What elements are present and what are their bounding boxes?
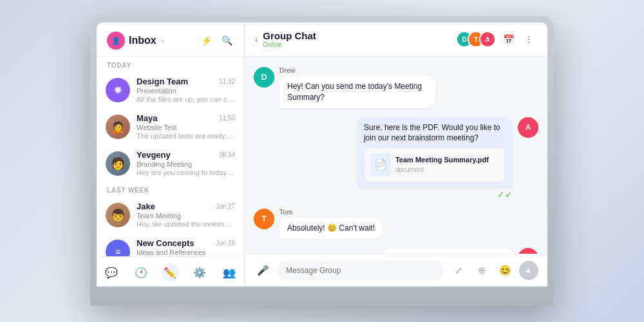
conv-top: Jake Jun 27 (137, 202, 235, 211)
conv-sub: Presentation (137, 87, 235, 95)
doc-icon: 📄 (371, 153, 390, 176)
conv-top: Maya 11:50 (137, 113, 235, 123)
chat-status: Online (263, 41, 316, 48)
msg-row-invitation: A Invitation: Brainstorm Meeting rsvp ▾ … (254, 248, 538, 254)
conv-sub: Branding Meeting (137, 160, 235, 168)
nav-contacts-icon[interactable]: 👥 (220, 263, 238, 281)
user-avatar-initial: 👤 (111, 37, 120, 45)
conv-avatar-jake: 👦 (106, 203, 130, 227)
bottom-nav: 💬 🕐 ✏️ ⚙️ 👥 (97, 256, 244, 287)
chat-input-area: 🎤 ⤢ ⊕ 😊 ➤ (245, 254, 547, 287)
nav-messages-icon[interactable]: 💬 (102, 263, 120, 281)
conv-sub: Ideas and References (137, 249, 235, 256)
inbox-chevron-icon[interactable]: › (162, 37, 164, 44)
conv-item-maya[interactable]: 🙍 Maya 11:50 Website Text The updated te… (97, 108, 244, 145)
chat-header: ‹ Group Chat Online D T A 📅 ⋮ (245, 23, 547, 57)
conv-body-yevgeny: Yevgeny 08:34 Branding Meeting Hey are y… (137, 150, 235, 176)
user-avatar: 👤 (107, 32, 125, 50)
conv-name: Jake (137, 202, 155, 211)
left-panel: 👤 Inbox › ⚡ 🔍 TODAY ❋ (97, 23, 245, 287)
conv-top: Design Team 11:32 (137, 77, 235, 86)
conv-avatar-new-concepts: ≡ (106, 240, 130, 257)
today-section-label: TODAY (97, 57, 244, 71)
conv-item-new-concepts[interactable]: ≡ New Concepts Jun 28 Ideas and Referenc… (97, 233, 244, 256)
calendar-icon[interactable]: 📅 (500, 31, 516, 48)
conv-name: Maya (137, 113, 158, 123)
mic-icon[interactable]: 🎤 (254, 261, 272, 279)
nav-settings-icon[interactable]: ⚙️ (191, 263, 209, 281)
inbox-label[interactable]: Inbox (129, 35, 156, 46)
left-header: 👤 Inbox › ⚡ 🔍 (97, 23, 244, 57)
last-week-section-label: LAST WEEK (97, 182, 244, 196)
conv-time: 08:34 (219, 151, 235, 158)
doc-type: document (395, 166, 489, 175)
msg-bubble-wrap-drew: Drew Hey! Can you send me today's Meetin… (279, 67, 436, 108)
conv-sub: Website Text (137, 124, 235, 131)
msg-avatar-tom: T (254, 209, 274, 229)
chat-title-block: Group Chat Online (263, 30, 316, 48)
chat-header-right: D T A 📅 ⋮ (456, 31, 537, 48)
msg-row-tom: T Tom Absolutely! 😊 Can't wait! (254, 209, 538, 239)
conv-body-design-team: Design Team 11:32 Presentation All the f… (137, 77, 235, 103)
send-button[interactable]: ➤ (519, 261, 538, 280)
msg-row-drew: D Drew Hey! Can you send me today's Meet… (254, 67, 538, 108)
conv-name: New Concepts (137, 238, 194, 248)
conv-avatar-yevgeny: 🧑 (106, 151, 130, 176)
conv-sub: Team Meeting (137, 212, 235, 220)
conv-preview: All the files are up, you can com... (137, 95, 235, 103)
message-input[interactable] (277, 261, 444, 280)
laptop-screen: 👤 Inbox › ⚡ 🔍 TODAY ❋ (97, 23, 547, 287)
participant-avatar-3: A (479, 31, 496, 48)
conv-preview: The updated texts are ready to go in... (137, 132, 235, 140)
header-icons: ⚡ 🔍 (199, 33, 234, 48)
more-options-icon[interactable]: ⋮ (520, 31, 537, 48)
nav-compose-icon[interactable]: ✏️ (161, 263, 179, 281)
conv-time: 11:50 (219, 115, 235, 122)
msg-bubble-right-1: Sure, here is the PDF. Would you like to… (356, 117, 513, 188)
doc-name: Team Meeting Summary.pdf (395, 155, 489, 165)
msg-bubble-drew: Hey! Can you send me today's Meeting Sum… (279, 76, 436, 108)
filter-icon[interactable]: ⚡ (199, 33, 213, 48)
laptop-frame: 👤 Inbox › ⚡ 🔍 TODAY ❋ (90, 16, 554, 306)
add-icon[interactable]: ⊕ (473, 261, 491, 279)
msg-bubble-wrap-tom: Tom Absolutely! 😊 Can't wait! (279, 209, 383, 239)
app-container: 👤 Inbox › ⚡ 🔍 TODAY ❋ (97, 23, 547, 287)
msg-avatar-right-1: A (518, 117, 538, 138)
conversation-list: TODAY ❋ Design Team 11:32 Presentation A… (97, 57, 244, 256)
conv-name: Design Team (137, 77, 188, 86)
conv-avatar-design-team: ❋ (106, 78, 130, 102)
conv-top: Yevgeny 08:34 (137, 150, 235, 160)
expand-icon[interactable]: ⤢ (450, 261, 468, 279)
msg-sender-tom: Tom (279, 209, 383, 216)
conv-time: Jun 28 (216, 240, 235, 247)
invitation-card: Invitation: Brainstorm Meeting rsvp ▾ We… (384, 248, 513, 254)
msg-avatar-drew: D (254, 67, 274, 88)
inbox-title: 👤 Inbox › (107, 32, 164, 50)
conv-item-yevgeny[interactable]: 🧑 Yevgeny 08:34 Branding Meeting Hey are… (97, 145, 244, 182)
search-icon[interactable]: 🔍 (220, 33, 234, 48)
msg-text-right-1: Sure, here is the PDF. Would you like to… (364, 123, 500, 143)
back-button[interactable]: ‹ (255, 35, 258, 44)
msg-row-right-1: A Sure, here is the PDF. Would you like … (254, 117, 538, 200)
conv-body-maya: Maya 11:50 Website Text The updated text… (137, 113, 235, 140)
msg-bubble-wrap-invitation: Invitation: Brainstorm Meeting rsvp ▾ We… (384, 248, 513, 254)
emoji-icon[interactable]: 😊 (496, 261, 514, 279)
send-icon: ➤ (523, 265, 535, 276)
conv-time: 11:32 (219, 78, 235, 85)
nav-history-icon[interactable]: 🕐 (132, 263, 150, 281)
conv-name: Yevgeny (137, 150, 171, 160)
conv-item-jake[interactable]: 👦 Jake Jun 27 Team Meeting Hey, we updat… (97, 196, 244, 233)
conv-body-new-concepts: New Concepts Jun 28 Ideas and References… (137, 238, 235, 256)
conv-preview: Hey, we updated the meeting time... (137, 220, 235, 228)
doc-info: Team Meeting Summary.pdf document (395, 155, 489, 174)
conv-time: Jun 27 (216, 203, 235, 210)
chat-title: Group Chat (263, 30, 316, 41)
check-icon-1: ✓✓ (497, 189, 513, 200)
read-receipt-1: ✓✓ (356, 189, 513, 200)
messages-area: D Drew Hey! Can you send me today's Meet… (245, 57, 547, 254)
doc-card: 📄 Team Meeting Summary.pdf document (364, 147, 505, 182)
right-panel: ‹ Group Chat Online D T A 📅 ⋮ (245, 23, 547, 287)
msg-avatar-right-2: A (518, 248, 538, 254)
conv-item-design-team[interactable]: ❋ Design Team 11:32 Presentation All the… (97, 71, 244, 108)
avatar-stack: D T A (456, 31, 496, 48)
